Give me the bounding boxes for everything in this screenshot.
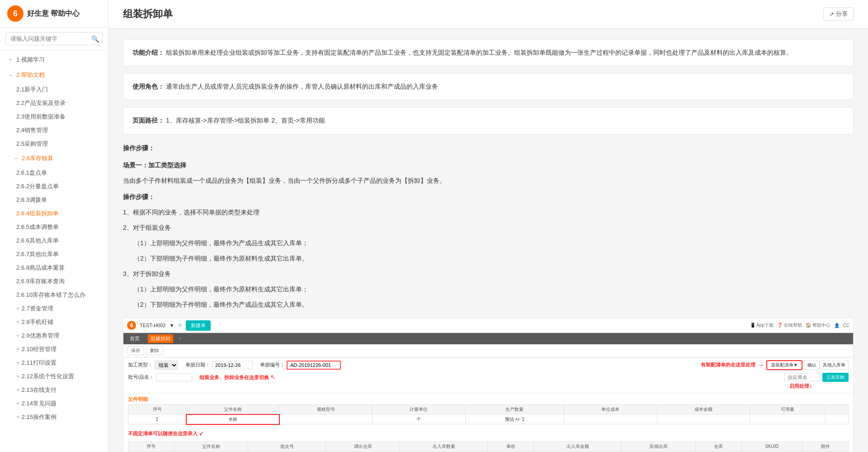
sim-date-field: 单据日期： — [185, 361, 253, 369]
intro-label: 功能介绍： — [132, 49, 164, 56]
sim-new-btn[interactable]: 新建单 — [186, 320, 211, 331]
sidebar-item-assembly[interactable]: 2.6.4组装拆卸单 — [0, 207, 108, 220]
sidebar-item-online-pay[interactable]: +2.13在线支付 — [0, 383, 108, 397]
sim-form-area: 加工类型： 组装 拆卸 单据日期： 单据编号： — [123, 357, 853, 393]
sub-col-batch: 批次号 — [248, 442, 326, 451]
sidebar-item-sales[interactable]: 2.4销售管理 — [0, 124, 108, 137]
search-input[interactable] — [5, 32, 103, 45]
sidebar-item-install[interactable]: 2.2产品安装及登录 — [0, 96, 108, 110]
sim-type-selector: 加工类型： 组装 拆卸 — [128, 361, 178, 370]
sidebar-item-stocktake[interactable]: 2.6.1盘点单 — [0, 166, 108, 180]
sidebar-item-label: 2.6库存核算 — [22, 154, 53, 162]
sub-col-plan: 应领出库 — [622, 442, 696, 451]
sidebar-item-other-in[interactable]: 2.6.6其他入库单 — [0, 234, 108, 247]
sim-batch-input[interactable] — [156, 373, 192, 381]
step3: 3、对于拆卸业务 — [123, 267, 854, 280]
sidebar-item-goods-cost[interactable]: 2.6.8商品成本重算 — [0, 261, 108, 275]
sim-other-btn[interactable]: 其他入库单 — [820, 361, 849, 370]
sim-confirm-btn[interactable]: 确认 — [804, 361, 820, 370]
cell-unit: 个 — [372, 414, 465, 424]
sim-handle-annotation: 启用处理 ↑ — [128, 383, 849, 390]
sidebar-item-stock-error[interactable]: 2.6.10库存账本错了怎么办 — [0, 288, 108, 302]
sim-bom-btn[interactable]: 选装配清单▼ — [766, 360, 802, 370]
sim-handle-arrow: ↑ — [809, 383, 812, 390]
sub-col-skuid: SKUID — [741, 442, 802, 451]
ops-heading: 操作步骤： — [123, 142, 854, 154]
sub-col-goods: 父件名称 — [174, 442, 248, 451]
sidebar-item-finance[interactable]: +2.7资金管理 — [0, 302, 108, 315]
sim-date-input[interactable] — [212, 361, 253, 369]
sim-batch-field: 批号/品名： — [128, 373, 192, 381]
sidebar-item-other-out[interactable]: 2.6.7其他出库单 — [0, 247, 108, 261]
share-button[interactable]: ↗ 分享 — [823, 7, 854, 21]
sim-num-input[interactable] — [287, 361, 341, 370]
cell-spec — [279, 414, 373, 424]
sidebar-item-print[interactable]: +2.11打印设置 — [0, 356, 108, 370]
path-text: 1、库存核算->库存管理->组装拆卸单 2、首页->常用功能 — [166, 117, 325, 124]
ops-steps-heading: 操作步骤： — [123, 190, 854, 203]
sidebar-item-coupon[interactable]: +2.9优惠券管理 — [0, 329, 108, 343]
sidebar-item-video[interactable]: + 1.视频学习 — [0, 52, 108, 67]
sim-parent-table: 序号 父件名称 规格型号 计量单位 生产数量 单位成本 成本金额 可用量 — [128, 404, 849, 425]
sim-arrow-right: → — [757, 361, 764, 369]
sidebar: 6 好生意 帮助中心 🔍 + 1.视频学习 − 2.帮助文档 2.1新手入门 2… — [0, 0, 108, 452]
plus-icon: + — [7, 57, 14, 63]
sim-center-icon: 🏠 帮助中心 — [806, 322, 830, 328]
sim-top-right: 📱 App下载 ❓ 在线帮助 🏠 帮助中心 👤 CC — [750, 322, 849, 328]
app-title: 好生意 帮助中心 — [27, 9, 80, 19]
sidebar-item-system[interactable]: +2.12系统个性化设置 — [0, 370, 108, 383]
sim-tab-delete[interactable]: 删除 — [146, 346, 163, 355]
sidebar-item-inventory[interactable]: − 2.6库存核算 — [0, 151, 108, 166]
share-label: 分享 — [836, 10, 848, 18]
sim-handle-btn[interactable]: 立发采购 — [822, 373, 849, 382]
sim-settings-icon: ⚙ — [178, 323, 182, 328]
step3-1: （1）上部明细为父件明细，最终作为原材料生成其它出库单； — [123, 283, 854, 295]
sidebar-item-data[interactable]: 2.3使用前数据准备 — [0, 110, 108, 124]
sim-num-label: 单据编号： — [260, 362, 285, 368]
role-text: 通常由生产人员或库管人员完成拆装业务的操作，库管人员确认原材料的出库和产成品的入… — [166, 83, 438, 90]
main-header: 组装拆卸单 ↗ 分享 — [108, 0, 868, 29]
sim-logo: 6 — [127, 321, 136, 330]
screenshot-box: 6 TEST-H002 ▼ ⚙ 新建单 📱 App下载 ❓ 在线帮助 🏠 帮助中… — [123, 318, 854, 452]
sim-type-select[interactable]: 组装 拆卸 — [155, 361, 178, 370]
sim-store-id: TEST-H002 — [140, 323, 165, 328]
sim-type-row: 加工类型： 组装 拆卸 单据日期： 单据编号： — [128, 360, 849, 370]
sidebar-item-adjust[interactable]: 2.6.3调拨单 — [0, 193, 108, 207]
sim-annotation-bottom: 不固定清单可以随便在这里录入 — [128, 431, 198, 436]
step2-1: （1）上部明细为父件明细，最终作为产成品生成其它入库单； — [123, 237, 854, 249]
sim-sub-table: 序号 父件名称 批次号 调出仓库 出入库数量 单价 出入库金额 应领出库 仓库 … — [128, 442, 849, 452]
sim-tabs-row: 保存 删除 — [123, 344, 853, 357]
sidebar-item-cost[interactable]: 2.6.5成本调整单 — [0, 220, 108, 234]
sidebar-item-ops[interactable]: +2.10经营管理 — [0, 343, 108, 356]
sidebar-item-faq[interactable]: +2.14常见问题 — [0, 397, 108, 410]
sidebar-item-purchase[interactable]: 2.5采购管理 — [0, 137, 108, 151]
cell-avail — [750, 414, 826, 424]
cell-goods: 水杯 — [186, 414, 279, 424]
sidebar-item-new[interactable]: 2.1新手入门 — [0, 83, 108, 96]
sim-dropdown-icon: ▼ — [169, 323, 174, 328]
sidebar-item-mobile[interactable]: +2.8手机旺铺 — [0, 315, 108, 329]
sidebar-item-stock-check[interactable]: 2.6.9库存账本查询 — [0, 275, 108, 288]
sim-user-icon: 👤 — [834, 323, 840, 328]
sim-form-row2: 批号/品名： 组装业务、拆卸业务在这里切换 ↖ 立发采购 — [128, 373, 849, 382]
sim-user-cc: CC — [843, 323, 849, 328]
sim-annotation-type: 组装业务、拆卸业务在这里切换 — [199, 375, 269, 380]
scene1-desc: 当由多个子件材料组装成一个成品的业务为【组装】业务，当由一个父件拆分成多个子产品… — [123, 174, 854, 187]
col-cost-total: 成本金额 — [657, 404, 750, 414]
step2-2: （2）下部明细为子件明细，最终作为原材料生成其它出库单。 — [123, 252, 854, 265]
role-label: 使用角色： — [132, 83, 164, 90]
step2: 2、对于组装业务 — [123, 221, 854, 234]
sim-date-label: 单据日期： — [185, 362, 210, 368]
sim-menu-current[interactable]: 新建拆卸 — [148, 334, 173, 343]
sub-col-price: 单价 — [488, 442, 534, 451]
sidebar-item-docs[interactable]: − 2.帮助文档 — [0, 67, 108, 83]
sidebar-item-cases[interactable]: +2.15操作案例 — [0, 410, 108, 424]
sim-handle-input[interactable] — [784, 373, 821, 381]
sim-menu-close: × — [179, 336, 181, 341]
sim-tab-save[interactable]: 保存 — [127, 346, 144, 355]
sim-top-bar: 6 TEST-H002 ▼ ⚙ 新建单 📱 App下载 ❓ 在线帮助 🏠 帮助中… — [123, 319, 853, 333]
sim-menu-home[interactable]: 首页 — [127, 334, 142, 343]
intro-box: 功能介绍： 组装拆卸单用来处理企业组装或拆卸等加工业务，支持有固定装配清单的产品… — [123, 39, 854, 66]
col-production: 生产数量 — [465, 404, 564, 414]
sidebar-item-allot[interactable]: 2.6.2分量盘点单 — [0, 180, 108, 193]
